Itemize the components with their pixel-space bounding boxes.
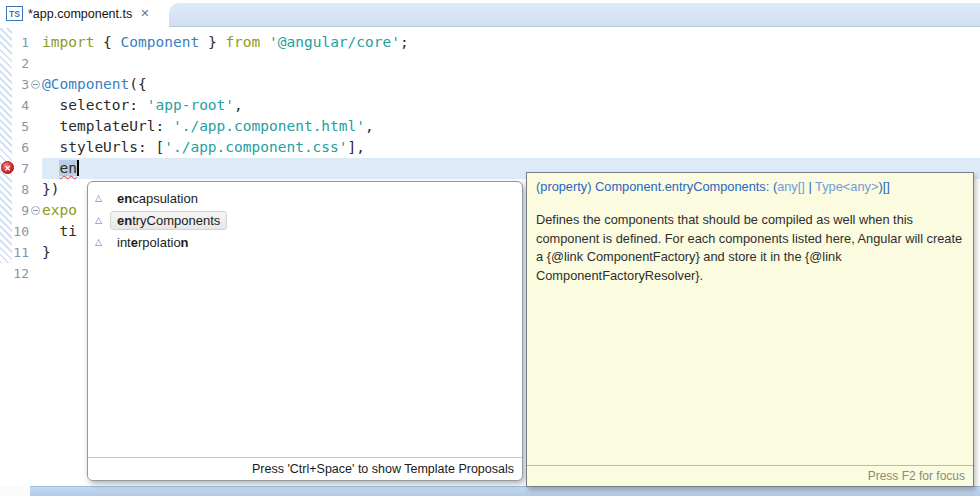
- line-number: 4: [0, 95, 29, 116]
- line-number: 6: [0, 137, 29, 158]
- horizontal-scroll-area[interactable]: [30, 486, 980, 496]
- code-text: templateUrl: './app.component.html',: [42, 116, 980, 137]
- doc-status-text: Press F2 for focus: [527, 465, 973, 486]
- autocomplete-item[interactable]: △entryComponents: [88, 209, 522, 231]
- code-line[interactable]: 6 styleUrls: ['./app.component.css'],: [0, 137, 980, 158]
- autocomplete-item-label: interpolation: [110, 233, 196, 252]
- line-number: 5: [0, 116, 29, 137]
- property-icon: △: [95, 237, 110, 247]
- autocomplete-status-text: Press 'Ctrl+Space' to show Template Prop…: [88, 457, 522, 480]
- documentation-content: (property) Component.entryComponents: (a…: [527, 173, 973, 465]
- doc-signature: (property) Component.entryComponents: (a…: [536, 179, 964, 194]
- code-text: import { Component } from '@angular/core…: [42, 32, 980, 53]
- line-number: 1: [0, 32, 29, 53]
- fold-column: [29, 32, 42, 53]
- property-icon: △: [95, 215, 110, 225]
- code-line[interactable]: 5 templateUrl: './app.component.html',: [0, 116, 980, 137]
- code-line[interactable]: 2: [0, 53, 980, 74]
- line-number: 12: [0, 263, 29, 284]
- tab-close-icon[interactable]: ✕: [140, 7, 149, 20]
- edited-prefix: en: [59, 160, 76, 176]
- code-text: styleUrls: ['./app.component.css'],: [42, 137, 980, 158]
- line-number: 2: [0, 53, 29, 74]
- code-line[interactable]: 1import { Component } from '@angular/cor…: [0, 32, 980, 53]
- autocomplete-list: △encapsulation△entryComponents△interpola…: [88, 182, 522, 457]
- tab-bar-empty-area: [169, 3, 980, 27]
- autocomplete-popup: △encapsulation△entryComponents△interpola…: [87, 181, 523, 481]
- fold-column: [29, 221, 42, 242]
- code-text: @Component({: [42, 74, 980, 95]
- documentation-popup: (property) Component.entryComponents: (a…: [526, 172, 974, 487]
- line-number: 10: [0, 221, 29, 242]
- line-number: 3: [0, 74, 29, 95]
- code-text: selector: 'app-root',: [42, 95, 980, 116]
- fold-column: [29, 242, 42, 263]
- fold-column: [29, 179, 42, 200]
- fold-column: [29, 263, 42, 284]
- error-icon[interactable]: ✕: [1, 161, 14, 174]
- property-icon: △: [95, 193, 110, 203]
- autocomplete-item[interactable]: △encapsulation: [88, 187, 522, 209]
- line-number: 9: [0, 200, 29, 221]
- autocomplete-item-label: encapsulation: [110, 189, 205, 208]
- typescript-file-icon: TS: [6, 6, 23, 21]
- code-line[interactable]: 3@Component({: [0, 74, 980, 95]
- ide-window: TS *app.component.ts ✕ 1import { Compone…: [0, 0, 980, 496]
- autocomplete-item[interactable]: △interpolation: [88, 231, 522, 253]
- autocomplete-item-label: entryComponents: [110, 211, 227, 230]
- fold-column: [29, 137, 42, 158]
- code-text: [42, 53, 980, 74]
- fold-column: [29, 95, 42, 116]
- doc-description: Defines the components that should be co…: [536, 211, 964, 285]
- editor-tab-bar: TS *app.component.ts ✕: [0, 0, 980, 27]
- tab-app-component-ts[interactable]: TS *app.component.ts ✕: [0, 0, 169, 27]
- fold-collapse-icon[interactable]: [29, 200, 42, 221]
- tab-title: *app.component.ts: [28, 7, 132, 21]
- line-number: 8: [0, 179, 29, 200]
- fold-column: [29, 158, 42, 179]
- text-cursor: [77, 160, 79, 176]
- fold-column: [29, 53, 42, 74]
- editor-bottom-strip: [0, 486, 980, 496]
- fold-column: [29, 116, 42, 137]
- code-line[interactable]: 4 selector: 'app-root',: [0, 95, 980, 116]
- fold-collapse-icon[interactable]: [29, 74, 42, 95]
- line-number: 11: [0, 242, 29, 263]
